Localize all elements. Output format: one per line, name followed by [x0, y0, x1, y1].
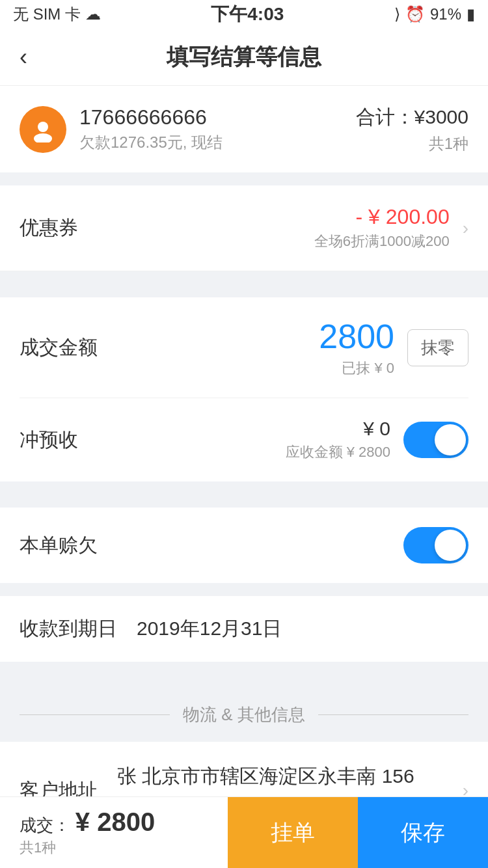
coupon-amount: - ¥ 200.00 — [314, 205, 450, 229]
main-content: 17666666666 欠款1276.35元, 现结 合计：¥3000 共1种 … — [0, 86, 488, 868]
customer-desc: 欠款1276.35元, 现结 — [79, 132, 223, 153]
prepay-desc: 应收金额 ¥ 2800 — [286, 442, 390, 462]
section-divider-2 — [0, 495, 488, 508]
prepay-row: 冲预收 ¥ 0 应收金额 ¥ 2800 — [20, 398, 468, 481]
bottom-count: 共1种 — [20, 838, 208, 858]
svg-point-0 — [38, 122, 48, 132]
customer-info-card: 17666666666 欠款1276.35元, 现结 合计：¥3000 共1种 — [0, 86, 488, 172]
deal-amount-row: 成交金额 2800 已抹 ¥ 0 抹零 — [20, 297, 468, 398]
round-zero-button[interactable]: 抹零 — [407, 329, 468, 366]
due-date-value: 2019年12月31日 — [137, 616, 282, 642]
bottom-deal-label: 成交： ¥ 2800 — [20, 807, 208, 837]
save-button[interactable]: 保存 — [358, 797, 488, 869]
deal-already-rounded: 已抹 ¥ 0 — [319, 359, 394, 378]
coupon-desc: 全场6折满1000减200 — [314, 232, 450, 251]
prepay-label: 冲预收 — [20, 427, 78, 454]
bottom-summary: 成交： ¥ 2800 共1种 — [0, 807, 228, 858]
debt-label: 本单赊欠 — [20, 532, 98, 559]
total-amount: 合计：¥3000 — [356, 104, 468, 131]
amount-section: 成交金额 2800 已抹 ¥ 0 抹零 冲预收 ¥ 0 应收金额 ¥ 2800 — [0, 297, 488, 481]
customer-phone: 17666666666 — [79, 105, 223, 129]
avatar — [20, 106, 66, 153]
back-button[interactable]: ‹ — [20, 44, 59, 71]
due-date-label: 收款到期日 — [20, 616, 117, 642]
due-date-row: 收款到期日 2019年12月31日 — [0, 596, 488, 662]
debt-toggle-knob — [435, 530, 466, 561]
deal-amount-number: 2800 — [319, 317, 394, 356]
coupon-value-area: - ¥ 200.00 全场6折满1000减200 › — [314, 205, 468, 251]
prepay-right: ¥ 0 应收金额 ¥ 2800 — [286, 418, 468, 462]
prepay-values: ¥ 0 应收金额 ¥ 2800 — [286, 418, 390, 462]
section-divider-1 — [0, 284, 488, 297]
customer-details: 17666666666 欠款1276.35元, 现结 — [79, 105, 223, 153]
total-count: 共1种 — [356, 133, 468, 154]
prepay-amount: ¥ 0 — [286, 418, 390, 440]
coupon-label: 优惠券 — [20, 215, 78, 241]
logistics-section: 物流 & 其他信息 — [0, 688, 488, 742]
label-line-right — [318, 714, 468, 715]
customer-left: 17666666666 欠款1276.35元, 现结 — [20, 105, 223, 153]
alarm-icon: ⏰ — [405, 5, 425, 23]
battery-text: 91% — [430, 5, 461, 23]
svg-point-1 — [34, 133, 52, 142]
page-title: 填写结算等信息 — [167, 42, 321, 72]
label-line-left — [20, 714, 170, 715]
logistics-label: 物流 & 其他信息 — [183, 703, 305, 726]
debt-toggle[interactable] — [403, 527, 468, 563]
nav-bar: ‹ 填写结算等信息 — [0, 29, 488, 86]
prepay-toggle[interactable] — [403, 422, 468, 458]
bottom-amount: ¥ 2800 — [75, 807, 155, 836]
section-divider-3 — [0, 675, 488, 688]
location-icon: ⟩ — [394, 5, 400, 23]
deal-label: 成交金额 — [20, 334, 98, 361]
sim-text: 无 SIM 卡 ☁ — [13, 4, 101, 25]
status-bar: 无 SIM 卡 ☁ 下午4:03 ⟩ ⏰ 91% ▮ — [0, 0, 488, 29]
bottom-bar: 成交： ¥ 2800 共1种 挂单 保存 — [0, 796, 488, 868]
debt-row: 本单赊欠 — [0, 508, 488, 583]
deal-number-area: 2800 已抹 ¥ 0 — [319, 317, 394, 378]
status-left: 无 SIM 卡 ☁ — [13, 4, 101, 25]
chevron-right-icon: › — [463, 218, 468, 239]
toggle-knob — [435, 424, 466, 455]
status-right: ⟩ ⏰ 91% ▮ — [394, 5, 475, 23]
hang-order-button[interactable]: 挂单 — [228, 797, 358, 869]
status-time: 下午4:03 — [211, 2, 284, 27]
deal-amount-right: 2800 已抹 ¥ 0 抹零 — [319, 317, 468, 378]
coupon-row[interactable]: 优惠券 - ¥ 200.00 全场6折满1000减200 › — [0, 185, 488, 271]
battery-icon: ▮ — [467, 5, 475, 23]
customer-total: 合计：¥3000 共1种 — [356, 104, 468, 154]
